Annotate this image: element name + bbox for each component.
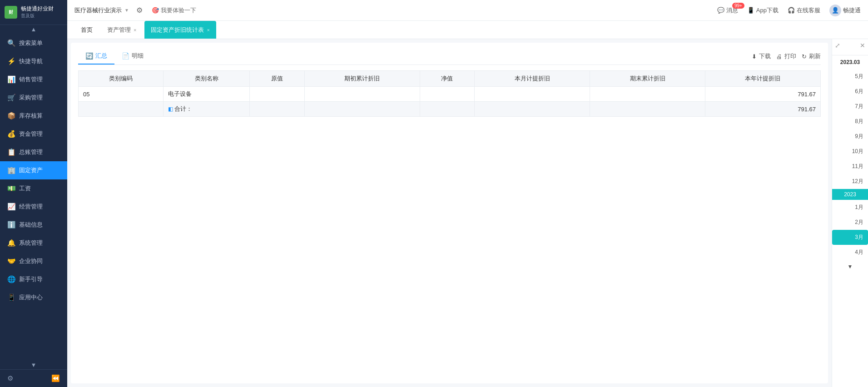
date-month-5[interactable]: 5月 (832, 69, 868, 84)
sidebar-item-payroll[interactable]: 💵 工资 (0, 179, 67, 198)
tab-depreciation[interactable]: 固定资产折旧统计表 × (144, 21, 216, 39)
tab-asset-mgmt[interactable]: 资产管理 × (101, 21, 143, 39)
date-month-12[interactable]: 12月 (832, 174, 868, 189)
sidebar-item-basic-info[interactable]: ℹ️ 基础信息 (0, 216, 67, 234)
collapse-sidebar-icon[interactable]: ⏪ (51, 374, 60, 382)
sidebar-item-quick-nav[interactable]: ⚡ 快捷导航 (0, 52, 67, 70)
date-month-9[interactable]: 9月 (832, 129, 868, 144)
operations-icon: 📈 (7, 203, 15, 211)
cell-original-subtotal (250, 102, 305, 117)
date-month-10[interactable]: 10月 (832, 144, 868, 159)
company-selector[interactable]: 医疗器械行业演示 ▼ (74, 6, 129, 15)
user-menu[interactable]: 👤 畅捷通 (829, 5, 861, 16)
finance-icon: 💰 (7, 130, 15, 138)
topbar-settings-icon[interactable]: ⚙ (136, 6, 143, 15)
sidebar-item-label: 经营管理 (19, 203, 43, 211)
sidebar-item-inventory[interactable]: 📦 库存核算 (0, 107, 67, 125)
close-date-panel-icon[interactable]: ✕ (860, 42, 865, 49)
online-service-button[interactable]: 🎧 在线客服 (788, 6, 820, 15)
cell-begin-accum (304, 87, 420, 102)
table-row: 05 电子设备 791.67 (79, 87, 821, 102)
sidebar-item-purchase[interactable]: 🛒 采购管理 (0, 89, 67, 107)
experience-label: 我要体验一下 (161, 6, 196, 15)
subtab-summary-label: 汇总 (95, 52, 107, 60)
app-download-button[interactable]: 📱 App下载 (747, 6, 779, 15)
content-area: 🔄 汇总 📄 明细 ⬇ 下载 🖨 打印 (67, 39, 868, 387)
app-download-label: App下载 (756, 6, 779, 15)
tab-home[interactable]: 首页 (74, 21, 99, 39)
logo-text: 畅捷通好业财 (21, 5, 54, 13)
depreciation-table-wrap: 类别编码 类别名称 原值 期初累计折旧 净值 本月计提折旧 期末累计折旧 本年计… (78, 70, 821, 378)
table-row-subtotal: ◧合计： 791.67 (79, 102, 821, 117)
username: 畅捷通 (843, 6, 861, 15)
payroll-icon: 💵 (7, 184, 15, 193)
sidebar-item-label: 基础信息 (19, 221, 43, 229)
sidebar-item-label: 企业协同 (19, 257, 43, 265)
messages-icon: 💬 (717, 7, 724, 14)
purchase-icon: 🛒 (7, 94, 15, 102)
cell-end-accum (590, 87, 705, 102)
sidebar-scroll-down[interactable]: ▼ (0, 360, 67, 369)
col-name: 类别名称 (164, 71, 250, 87)
sidebar: 财 畅捷通好业财 普及版 ▲ 🔍 搜索菜单 ⚡ 快捷导航 📊 销售管理 🛒 采购… (0, 0, 67, 387)
subtab-detail[interactable]: 📄 明细 (114, 48, 151, 64)
cell-end-accum-subtotal (590, 102, 705, 117)
cell-code-subtotal (79, 102, 164, 117)
sidebar-item-system[interactable]: 🔔 系统管理 (0, 234, 67, 252)
sidebar-item-finance[interactable]: 💰 资金管理 (0, 125, 67, 143)
sidebar-item-search[interactable]: 🔍 搜索菜单 (0, 34, 67, 52)
date-header-label: 2023.03 (832, 55, 868, 69)
depreciation-table: 类别编码 类别名称 原值 期初累计折旧 净值 本月计提折旧 期末累计折旧 本年计… (78, 70, 821, 117)
refresh-icon: ↻ (802, 53, 807, 60)
print-icon: 🖨 (776, 53, 782, 60)
settings-gear-icon[interactable]: ⚙ (7, 374, 13, 382)
inventory-icon: 📦 (7, 112, 15, 120)
date-month-4[interactable]: 4月 (832, 245, 868, 260)
tab-asset-mgmt-close[interactable]: × (134, 27, 136, 33)
messages-badge: 99+ (732, 3, 744, 9)
print-button[interactable]: 🖨 打印 (776, 52, 796, 60)
sidebar-item-label: 固定资产 (19, 166, 43, 174)
sidebar-item-operations[interactable]: 📈 经营管理 (0, 198, 67, 216)
tab-depreciation-close[interactable]: × (207, 27, 209, 33)
quick-nav-icon: ⚡ (7, 57, 15, 65)
experience-button[interactable]: 🎯 我要体验一下 (152, 6, 196, 15)
tabbar: 首页 资产管理 × 固定资产折旧统计表 × (67, 21, 868, 39)
col-original: 原值 (250, 71, 305, 87)
sidebar-item-label: 采购管理 (19, 94, 43, 102)
messages-button[interactable]: 💬 消息 99+ (717, 6, 738, 15)
date-month-8[interactable]: 8月 (832, 114, 868, 129)
date-year-2023[interactable]: 2023 (832, 189, 868, 200)
expand-icon[interactable]: ⤢ (835, 42, 840, 49)
sidebar-scroll-up[interactable]: ▲ (0, 25, 67, 34)
date-month-3-current[interactable]: 3月 (832, 230, 868, 245)
download-button[interactable]: ⬇ 下载 (752, 52, 771, 60)
sidebar-item-label: 库存核算 (19, 112, 43, 120)
guide-icon: 🌐 (7, 275, 15, 283)
refresh-button[interactable]: ↻ 刷新 (802, 52, 821, 60)
date-month-6[interactable]: 6月 (832, 84, 868, 99)
cell-name: 电子设备 (164, 87, 250, 102)
cell-original (250, 87, 305, 102)
basic-info-icon: ℹ️ (7, 221, 15, 229)
date-month-1[interactable]: 1月 (832, 200, 868, 215)
sidebar-item-ledger[interactable]: 📋 总账管理 (0, 143, 67, 161)
sidebar-item-sales[interactable]: 📊 销售管理 (0, 70, 67, 89)
date-month-2[interactable]: 2月 (832, 215, 868, 230)
download-icon: ⬇ (752, 53, 757, 60)
search-icon: 🔍 (7, 39, 15, 47)
sidebar-item-guide[interactable]: 🌐 新手引导 (0, 270, 67, 288)
sidebar-item-label: 资金管理 (19, 130, 43, 138)
date-month-11[interactable]: 11月 (832, 159, 868, 174)
print-label: 打印 (784, 52, 796, 60)
date-nav-down[interactable]: ▼ (832, 260, 868, 273)
sidebar-item-app-center[interactable]: 📱 应用中心 (0, 288, 67, 307)
sidebar-item-fixed-assets[interactable]: 🏢 固定资产 (0, 161, 67, 179)
ledger-icon: 📋 (7, 148, 15, 156)
download-label: 下载 (759, 52, 771, 60)
sidebar-item-label: 系统管理 (19, 239, 43, 247)
subtab-summary[interactable]: 🔄 汇总 (78, 48, 114, 64)
tab-depreciation-label: 固定资产折旧统计表 (151, 26, 204, 34)
date-month-7[interactable]: 7月 (832, 99, 868, 114)
sidebar-item-collab[interactable]: 🤝 企业协同 (0, 252, 67, 270)
